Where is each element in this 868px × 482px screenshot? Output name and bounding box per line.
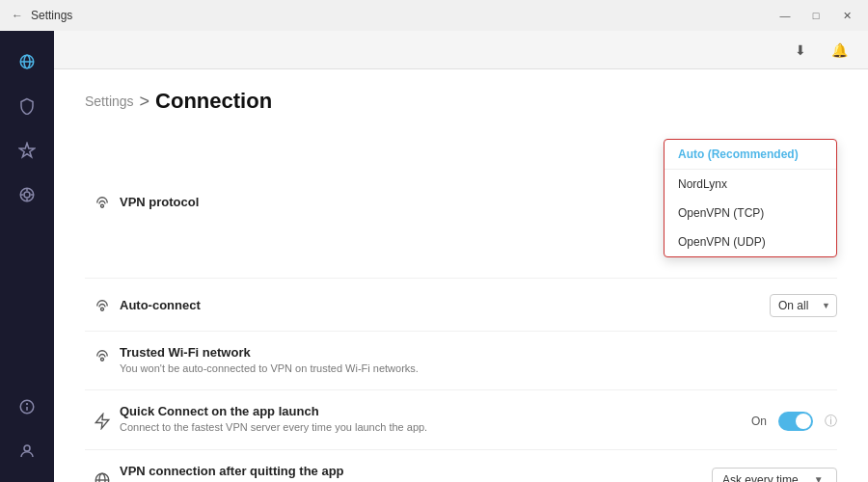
auto-connect-icon [85, 295, 120, 314]
back-button[interactable]: ← [12, 9, 23, 22]
vpn-after-quit-icon [85, 469, 120, 482]
protocol-option-nordlynx[interactable]: NordLynx [665, 170, 836, 199]
quick-connect-control: On ⓘ [751, 410, 837, 431]
sidebar-bottom [8, 388, 46, 470]
protocol-option-auto[interactable]: Auto (Recommended) [665, 140, 836, 170]
minimize-button[interactable]: — [772, 2, 799, 29]
svg-point-15 [101, 358, 104, 361]
sidebar-item-globe[interactable] [8, 42, 46, 81]
svg-point-13 [101, 204, 104, 207]
close-button[interactable]: ✕ [833, 2, 860, 29]
svg-point-18 [99, 473, 105, 482]
auto-connect-control: On all ▼ [770, 292, 837, 317]
ask-everytime-label: Ask every time [722, 473, 799, 482]
auto-connect-chevron: ▼ [822, 301, 830, 310]
protocol-option-openvpn-tcp[interactable]: OpenVPN (TCP) [665, 199, 836, 228]
ask-chevron-icon: ▼ [814, 474, 824, 482]
breadcrumb-separator: > [140, 92, 150, 112]
vpn-protocol-control: Auto (Recommended) NordLynx OpenVPN (TCP… [664, 139, 837, 264]
top-bar: ⬇ 🔔 [54, 31, 868, 69]
main-content: ⬇ 🔔 Settings > Connection [54, 31, 868, 482]
titlebar-controls: — □ ✕ [772, 2, 860, 29]
trusted-wifi-title: Trusted Wi-Fi network [120, 345, 822, 360]
breadcrumb: Settings > Connection [85, 89, 837, 114]
quick-connect-label: On [751, 415, 767, 428]
maximize-button[interactable]: □ [802, 2, 829, 29]
svg-point-4 [24, 192, 30, 198]
sidebar-item-profile[interactable] [8, 432, 46, 470]
vpn-protocol-icon [85, 192, 120, 211]
page-header: Settings > Connection [54, 69, 868, 125]
vpn-protocol-row: VPN protocol Auto (Recommended) NordLynx… [85, 125, 837, 279]
app-container: ⬇ 🔔 Settings > Connection [0, 31, 868, 482]
sidebar [0, 31, 54, 482]
quick-connect-info-icon[interactable]: ⓘ [825, 413, 837, 430]
trusted-wifi-row: Trusted Wi-Fi network You won't be auto-… [85, 332, 837, 390]
vpn-protocol-title: VPN protocol [120, 195, 648, 209]
quick-connect-row: Quick Connect on the app launch Connect … [85, 390, 837, 449]
quick-connect-info: Quick Connect on the app launch Connect … [120, 404, 751, 435]
quick-connect-toggle[interactable] [778, 412, 813, 431]
settings-list: VPN protocol Auto (Recommended) NordLynx… [54, 125, 868, 482]
bell-icon[interactable]: 🔔 [826, 37, 853, 64]
auto-connect-info: Auto-connect [120, 298, 770, 312]
vpn-after-quit-info: VPN connection after quitting the app Ev… [120, 464, 712, 482]
trusted-wifi-desc: You won't be auto-connected to VPN on tr… [120, 362, 822, 376]
svg-point-14 [101, 308, 104, 310]
protocol-dropdown[interactable]: Auto (Recommended) NordLynx OpenVPN (TCP… [664, 139, 837, 257]
trusted-wifi-icon [85, 345, 120, 364]
quick-connect-icon [85, 411, 120, 430]
sidebar-item-star[interactable] [8, 131, 46, 170]
protocol-option-openvpn-udp[interactable]: OpenVPN (UDP) [665, 228, 836, 256]
auto-connect-title: Auto-connect [120, 298, 754, 312]
svg-point-17 [95, 473, 109, 482]
breadcrumb-parent: Settings [85, 94, 134, 109]
titlebar: ← Settings — □ ✕ [0, 0, 868, 31]
svg-marker-16 [95, 414, 109, 428]
auto-connect-row: Auto-connect On all ▼ [85, 279, 837, 332]
titlebar-title: Settings [31, 9, 72, 22]
trusted-wifi-info: Trusted Wi-Fi network You won't be auto-… [120, 345, 837, 376]
download-icon[interactable]: ⬇ [787, 37, 814, 64]
ask-everytime-dropdown[interactable]: Ask every time ▼ [712, 468, 837, 482]
vpn-after-quit-control: Ask every time ▼ [712, 466, 837, 482]
vpn-protocol-info: VPN protocol [120, 195, 664, 209]
vpn-after-quit-row: VPN connection after quitting the app Ev… [85, 450, 837, 482]
svg-point-12 [24, 445, 30, 451]
sidebar-item-shield[interactable] [8, 87, 46, 125]
quick-connect-title: Quick Connect on the app launch [120, 404, 736, 418]
auto-connect-select[interactable]: On all ▼ [770, 294, 837, 317]
titlebar-left: ← Settings [12, 9, 72, 22]
breadcrumb-current: Connection [155, 89, 272, 114]
sidebar-item-info[interactable] [8, 388, 46, 426]
sidebar-item-target[interactable] [8, 175, 46, 214]
quick-connect-desc: Connect to the fastest VPN server every … [120, 420, 736, 435]
vpn-after-quit-title: VPN connection after quitting the app [120, 464, 696, 478]
